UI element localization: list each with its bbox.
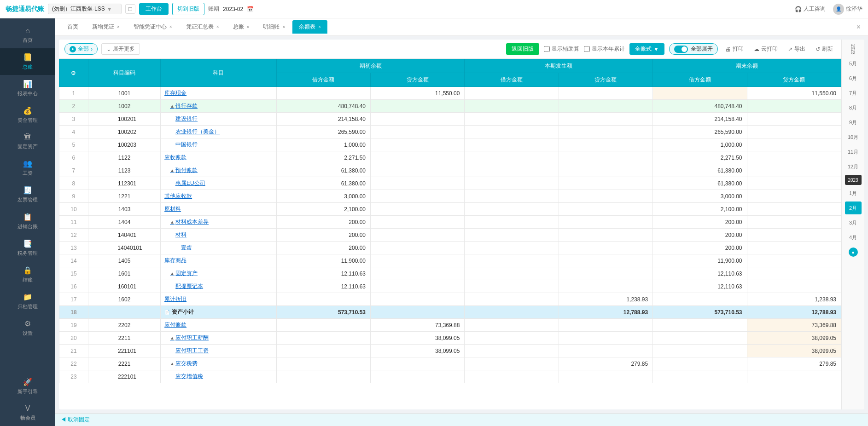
show-ytd-input[interactable] (584, 46, 590, 52)
tab-close-icon[interactable]: × (318, 24, 321, 29)
name-column-header: 科目 (161, 59, 277, 87)
user-info[interactable]: 👤 徐泽华 (833, 4, 862, 15)
account-name[interactable]: ▲银行存款 (161, 100, 277, 113)
toggle-switch[interactable] (674, 46, 688, 53)
sidebar-item-guide[interactable]: 🚀 新手引导 (0, 373, 55, 400)
account-name[interactable]: ▲应交税费 (161, 357, 277, 370)
right-panel-month-2[interactable]: 2月 (845, 201, 862, 214)
account-code: 1405 (88, 254, 160, 267)
status-text[interactable]: ◀ 取消固定 (61, 416, 90, 424)
right-panel-month-9[interactable]: 9月 (845, 116, 862, 129)
account-name[interactable]: 配提票记本 (161, 280, 277, 293)
settings-column-header[interactable]: ⚙ (59, 59, 88, 87)
sidebar-item-member[interactable]: V 畅会员 (0, 400, 55, 426)
back-old-version-button[interactable]: 返回旧版 (506, 43, 539, 55)
account-name[interactable]: 原材料 (161, 203, 277, 216)
tab-home[interactable]: 首页 (61, 20, 85, 34)
sidebar-item-capital[interactable]: 💰 资金管理 (0, 102, 55, 128)
show-aux-checkbox[interactable]: 显示辅助算 (544, 45, 579, 53)
right-panel-month-12[interactable]: 12月 (845, 160, 862, 173)
account-name[interactable]: 应付账款 (161, 319, 277, 332)
right-panel-month-3[interactable]: 3月 (845, 216, 862, 229)
sidebar-item-archive[interactable]: 📁 归档管理 (0, 288, 55, 315)
expand-more-button[interactable]: ⌄ 展开更多 (101, 43, 140, 55)
refresh-button[interactable]: ↺ 刷新 (813, 44, 836, 54)
account-name[interactable]: 建设银行 (161, 113, 277, 126)
amount-cell (559, 164, 652, 177)
tab-ledger[interactable]: 总账 × (227, 20, 256, 34)
expand-all-toggle[interactable]: 全部展开 (669, 43, 718, 55)
account-name[interactable]: 应付职工工资 (161, 345, 277, 357)
right-panel-month-7[interactable]: 7月 (845, 86, 862, 99)
right-panel-month-6[interactable]: 6月 (845, 72, 862, 85)
account-name[interactable]: 库存现金 (161, 87, 277, 100)
sidebar-item-invoice[interactable]: 🧾 发票管理 (0, 181, 55, 208)
window-close-button[interactable]: × (855, 21, 862, 33)
right-panel-month-5[interactable]: 5月 (845, 57, 862, 70)
account-name[interactable]: 📄资产小计 (161, 306, 277, 319)
account-name[interactable]: ▲预付账款 (161, 164, 277, 177)
settings-icon: ⚙ (24, 319, 31, 328)
tab-close-icon[interactable]: × (117, 24, 120, 29)
sidebar-item-tax[interactable]: 📑 税务管理 (0, 235, 55, 261)
amount-cell: 265,590.00 (276, 126, 370, 138)
tab-detail[interactable]: 明细账 × (256, 20, 291, 34)
tab-close-icon[interactable]: × (169, 24, 172, 29)
amount-cell (559, 332, 652, 345)
right-panel-month-1[interactable]: 1月 (845, 187, 862, 200)
account-name[interactable]: ▲固定资产 (161, 267, 277, 280)
show-aux-input[interactable] (544, 46, 550, 52)
sidebar-item-settings[interactable]: ⚙ 设置 (0, 315, 55, 341)
company-selector[interactable]: (勿删）江西股坐-LSS ▼ (48, 4, 122, 14)
tab-voucher-summary[interactable]: 凭证汇总表 × (180, 20, 226, 34)
consult-button[interactable]: 🎧 人工咨询 (795, 5, 826, 13)
account-name[interactable]: 中国银行 (161, 138, 277, 151)
print-button[interactable]: 🖨 打印 (722, 44, 746, 54)
right-panel-month-4[interactable]: 4月 (845, 231, 862, 244)
account-name[interactable]: 农业银行（美金） (161, 126, 277, 138)
page-content: ● 全部 › ⌄ 展开更多 返回旧版 显示辅助算 (59, 40, 864, 409)
ob-debit-header: 借方金额 (276, 73, 370, 87)
sidebar-item-salary[interactable]: 👥 工资 (0, 155, 55, 181)
copy-button[interactable]: □ (125, 4, 135, 14)
account-name[interactable]: 累计折旧 (161, 293, 277, 306)
export-button[interactable]: ↗ 导出 (785, 44, 808, 54)
tab-new-voucher[interactable]: 新增凭证 × (86, 20, 126, 34)
account-name[interactable]: 壹蛋 (161, 242, 277, 254)
right-panel-month-8[interactable]: 8月 (845, 101, 862, 114)
row-number: 1 (59, 87, 88, 100)
account-name[interactable]: ▲应付职工薪酬 (161, 332, 277, 345)
calendar-icon[interactable]: 📅 (247, 6, 254, 12)
amount-cell (653, 357, 747, 370)
account-name[interactable]: 其他应收款 (161, 190, 277, 203)
sidebar-item-ledger[interactable]: 📒 总账 (0, 48, 55, 75)
tab-close-icon[interactable]: × (247, 24, 250, 29)
right-panel-month-11[interactable]: 11月 (845, 145, 862, 158)
workbench-button[interactable]: 工作台 (139, 3, 169, 15)
sidebar-item-closing[interactable]: 🔒 结账 (0, 261, 55, 288)
amount-cell (559, 126, 652, 138)
account-name[interactable]: ▲材料成本差异 (161, 216, 277, 229)
account-name[interactable]: 惠属EU公司 (161, 177, 277, 190)
filter-all-button[interactable]: ● 全部 › (64, 43, 98, 55)
account-name[interactable]: 材料 (161, 229, 277, 242)
amount-cell: 200.00 (653, 229, 747, 242)
right-panel-circle-button[interactable]: ● (849, 248, 858, 257)
format-button[interactable]: 全账式 ▼ (629, 43, 664, 55)
switch-version-button[interactable]: 切到旧版 (172, 3, 204, 15)
account-name[interactable]: 库存商品 (161, 254, 277, 267)
tab-close-icon[interactable]: × (282, 24, 285, 29)
tab-close-icon[interactable]: × (216, 24, 219, 29)
toggle-knob (682, 46, 687, 52)
tab-balance[interactable]: 余额表 × (292, 20, 327, 34)
sidebar-item-purchase[interactable]: 📋 进销台账 (0, 208, 55, 235)
right-panel-month-10[interactable]: 10月 (845, 131, 862, 144)
cloud-print-button[interactable]: ☁ 云打印 (751, 44, 781, 54)
tab-smart-voucher[interactable]: 智能凭证中心 × (127, 20, 179, 34)
sidebar-item-home[interactable]: ⌂ 首页 (0, 22, 55, 48)
account-name[interactable]: 应收账款 (161, 151, 277, 164)
show-ytd-checkbox[interactable]: 显示本年累计 (584, 45, 625, 53)
sidebar-item-assets[interactable]: 🏛 固定资产 (0, 128, 55, 155)
account-name[interactable]: 应交增值税 (161, 370, 277, 383)
sidebar-item-report[interactable]: 📊 报表中心 (0, 75, 55, 102)
